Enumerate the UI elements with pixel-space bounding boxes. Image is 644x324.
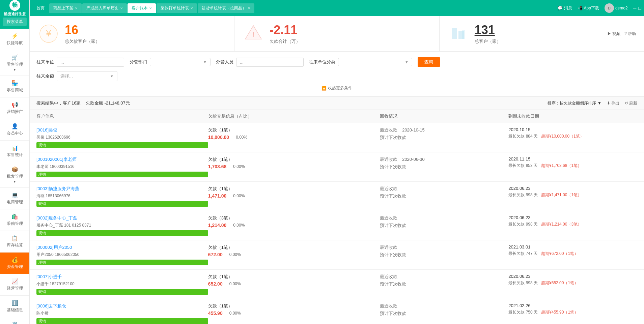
topbar-right: 💬 消息 📲 App下载 D demo2 ─ □ [558,3,641,13]
tab-close-stats[interactable]: ✕ [248,6,250,10]
refresh-button[interactable]: ↺ 刷新 [625,100,637,106]
stats-row: ¥ 16 总欠款客户（家） ! -2.11 欠款合计（ [30,16,644,52]
debt-amount-4: 672.00 [208,252,223,257]
customer-name-0[interactable]: [0016]吴俊 [36,127,208,133]
sidebar-item-system[interactable]: ⚙️ 系统管理 [0,317,29,324]
sidebar-item-batch-mgmt[interactable]: 📦 批发管理 [0,162,29,188]
overdue-amount-link-3[interactable]: 超期¥1,214.00（3笔） [541,222,582,227]
debt-count-6: 欠款（1笔） [208,303,380,309]
sidebar-item-label: 资金管理 [7,264,23,270]
overdue-amount-link-6[interactable]: 超期¥455.90（1笔） [541,310,578,315]
tab-close-customer[interactable]: ✕ [149,6,152,10]
sidebar-item-member[interactable]: 👤 会员中心 [0,119,29,141]
user-menu[interactable]: D demo2 [605,3,628,13]
stat-number-owed: 16 [65,23,226,37]
overdue-info-2: 2020.06.23 最长欠款 998 天 超期¥1,471.00（1笔） [508,186,637,198]
overdue-amount-link-2[interactable]: 超期¥1,471.00（1笔） [541,193,582,197]
sidebar-item-operations[interactable]: 📈 经营管理 [0,274,29,296]
minimize-button[interactable]: ─ [633,5,637,11]
recovery-info-1: 最近收款 2020-06-30 预计下次收款 [380,156,509,170]
purchase-icon: 🛍️ [11,213,18,220]
customer-name-2[interactable]: [0003]畅捷服务尹海燕 [36,186,208,192]
debt-amount-2: 1,471.00 [208,193,227,199]
overdue-info-4: 2021.03.01 最长欠款 747 天 超期¥672.00（1笔） [508,244,637,257]
col-header-recovery: 回收情况 [380,113,509,119]
customer-name-3[interactable]: [0002]服务中心_丁磊 [36,215,208,221]
sidebar-item-quick-nav[interactable]: ⚡ 快捷导航 [0,29,29,50]
tab-home[interactable]: 首页 [32,3,49,13]
chevron-down-icon-sort: ▼ [597,101,601,106]
debt-count-0: 欠款（1笔） [208,127,380,133]
col-header-customer: 客户信息 [36,113,208,119]
app-download-button[interactable]: 📲 App下载 [578,5,599,11]
debt-count-5: 欠款（1笔） [208,274,380,280]
sort-select[interactable]: 排序：按欠款金额倒序排序 ▼ [548,100,601,106]
tab-customer-account[interactable]: 客户账本 ✕ [128,3,156,13]
sidebar-item-finance[interactable]: 💰 资金管理 [0,253,29,274]
table-row: [000002]用户2050 用户2050 18665062050 现销 欠款（… [30,240,644,270]
video-link[interactable]: ▶ 视频 [607,31,620,37]
table-row: [0006]去下粮仓 陈小希 现销 欠款（1笔） 455.90 0.00% 最近… [30,299,644,324]
tab-purchase-order[interactable]: 采购订单统计表 ✕ [157,3,197,13]
svg-text:!: ! [253,31,255,38]
overdue-amount-link-4[interactable]: 超期¥672.00（1笔） [541,251,578,256]
sidebar-nav: ⚡ 快捷导航 🛒 零售管理 🏪 零售商城 📢 营销推广 👤 会员中心 📊 零售统… [0,29,29,324]
sidebar-item-label: 电商管理 [7,199,23,205]
tab-close-production[interactable]: ✕ [120,6,123,10]
sidebar-item-inventory[interactable]: 📋 库存核算 [0,231,29,253]
tab-close-goods-offline[interactable]: ✕ [75,6,78,10]
stat-info-amount: -2.11 欠款合计（万） [270,23,431,45]
filter-label-category: 往来单位分类 [309,59,335,65]
retail-mall-icon: 🏪 [11,80,18,86]
filter-input-person[interactable]: ... [236,58,304,67]
customer-name-5[interactable]: [0007]小进千 [36,274,208,280]
tab-close-purchase[interactable]: ✕ [190,6,193,10]
search-menu-button[interactable]: 搜索菜单 [3,18,27,26]
customer-phone-2: 海燕 18513066976 [36,193,208,199]
result-bar: 搜索结果中，客户16家 欠款金额 -21,148.07元 排序：按欠款金额倒序排… [30,97,644,110]
export-button[interactable]: ⬇ 导出 [607,100,619,106]
filter-input-unit[interactable]: ... [57,58,124,67]
filter-select-category[interactable]: ▼ [338,58,412,66]
maximize-button[interactable]: □ [639,5,641,11]
overdue-amount-link-0[interactable]: 超期¥10,000.00（1笔） [541,134,584,139]
customer-name-4[interactable]: [000002]用户2050 [36,244,208,251]
filter-label-unit: 往来单位 [36,59,54,65]
sidebar-item-marketing[interactable]: 📢 营销推广 [0,97,29,119]
sidebar-item-retail-stats[interactable]: 📊 零售统计 [0,141,29,162]
debt-ratio-5: 0.00% [229,282,241,286]
customer-info-4: [000002]用户2050 用户2050 18665062050 现销 [36,244,208,265]
message-button[interactable]: 💬 消息 [558,5,572,11]
sidebar-item-ecommerce[interactable]: 💻 电商管理 [0,188,29,209]
sidebar-item-basic-info[interactable]: ℹ️ 基础信息 [0,296,29,317]
customer-phone-4: 用户2050 18665062050 [36,252,208,258]
filter-select-dept[interactable]: ▼ [150,58,211,66]
customer-name-6[interactable]: [0006]去下粮仓 [36,303,208,309]
overdue-amount-link-1[interactable]: 超期¥1,703.68（1笔） [541,163,582,168]
overdue-amount-link-5[interactable]: 超期¥652.00（1笔） [541,281,578,285]
filter-group-unit: 往来单位 ... [36,58,124,67]
ecommerce-icon: 💻 [11,192,18,198]
sidebar-item-purchase[interactable]: 🛍️ 采购管理 [0,209,29,231]
stat-info-total: 131 总客户（家） [475,23,602,45]
filter-select-balance[interactable]: 选择... ▼ [57,71,117,81]
tab-production-history[interactable]: 产成品入库单历史 ✕ [82,3,127,13]
chevron-down-icon: ▼ [203,60,207,64]
debt-count-1: 欠款（1笔） [208,156,380,163]
tab-purchase-stats[interactable]: 进货单统计表（按商品） ✕ [198,3,254,13]
customer-info-5: [0007]小进千 小进千 18279152100 现销 [36,274,208,295]
customer-phone-3: 服务中心_丁磊 181 0125 8371 [36,223,208,228]
customer-name-1[interactable]: [0001020001]李老师 [36,156,208,163]
query-button[interactable]: 查询 [418,57,440,67]
sidebar-search-area: 搜索菜单 [0,16,29,29]
stat-label-total: 总客户（家） [475,38,602,45]
help-link[interactable]: ? 帮助 [624,31,636,37]
collapse-filter-button[interactable]: 🔼 收起更多条件 [36,85,637,91]
content-area: ¥ 16 总欠款客户（家） ! -2.11 欠款合计（ [30,16,644,324]
sidebar-item-retail-mgmt[interactable]: 🛒 零售管理 [0,50,29,76]
filter-group-dept: 分管部门 ▼ [130,58,211,66]
debt-ratio-6: 0.00% [229,311,241,316]
stat-card-actions: ▶ 视频 ? 帮助 [607,31,636,37]
tab-goods-offline[interactable]: 商品上下架 ✕ [49,3,82,13]
sidebar-item-retail-mall[interactable]: 🏪 零售商城 [0,76,29,97]
